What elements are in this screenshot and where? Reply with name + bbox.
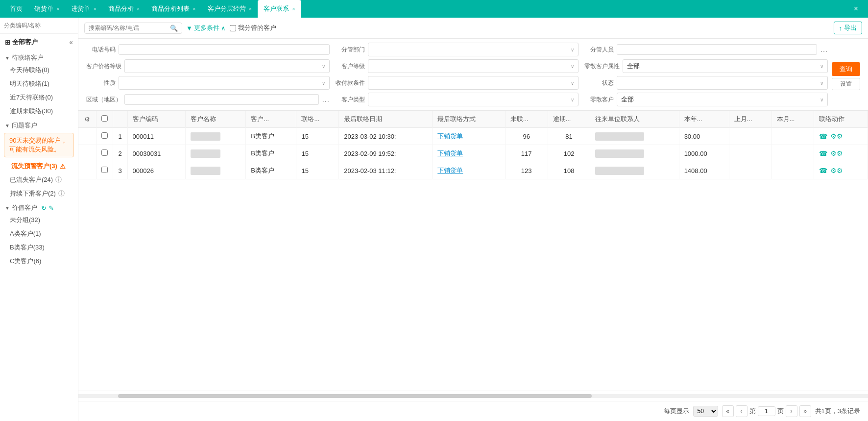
more-icon[interactable]: … <box>322 95 330 104</box>
export-icon: ↑ <box>839 25 843 32</box>
filter-panel: 电话号码 分管部门 ∨ 分管人员 … <box>78 39 868 111</box>
row-unlinked: 117 <box>505 145 548 162</box>
tab-home[interactable]: 首页 <box>4 0 28 18</box>
more-icon[interactable]: … <box>820 45 828 54</box>
sidebar-group-problem[interactable]: ▼ 问题客户 <box>0 118 78 131</box>
col-this-year[interactable]: 本年... <box>679 111 729 128</box>
sidebar-group-value[interactable]: ▼ 价值客户 ↻ ✎ <box>0 200 78 213</box>
row-this-year: 30.00 <box>679 128 729 145</box>
refresh-icon[interactable]: ↻ <box>41 204 47 212</box>
col-last-contact-method[interactable]: 最后联络方式 <box>433 111 506 128</box>
col-contact[interactable]: 联络... <box>296 111 339 128</box>
sidebar-all-customers[interactable]: ⊞ 全部客户 « <box>0 34 78 50</box>
page-input[interactable] <box>758 406 775 416</box>
region-input[interactable] <box>124 94 319 105</box>
tab-purchase-order[interactable]: 进货单 × <box>65 0 102 18</box>
per-page-select[interactable]: 50 100 200 <box>693 406 718 417</box>
col-contacts-unit[interactable]: 往来单位联系人 <box>590 111 679 128</box>
payment-select[interactable]: ∨ <box>368 76 579 90</box>
row-check[interactable] <box>101 167 108 173</box>
row-contact: 15 <box>296 162 339 179</box>
customer-level-select[interactable]: ∨ <box>368 59 579 73</box>
tab-sales-order[interactable]: 销货单 × <box>28 0 65 18</box>
sidebar-item-ungrouped[interactable]: 未分组(32) <box>0 213 78 227</box>
customer-type-select[interactable]: ∨ <box>368 93 579 106</box>
content-area: 🔍 ▼ 更多条件 ∧ 我分管的客户 ↑ 导出 <box>78 18 868 421</box>
sidebar-search-input[interactable] <box>4 22 77 29</box>
sidebar-item-today-pending[interactable]: 今天待联络(0) <box>0 63 78 77</box>
retail-attr-select[interactable]: 全部∨ <box>623 59 828 73</box>
window-close-button[interactable]: × <box>848 4 864 13</box>
export-button[interactable]: ↑ 导出 <box>834 22 863 34</box>
edit-icon[interactable]: ✎ <box>48 204 54 212</box>
search-button[interactable]: 🔍 <box>170 25 178 32</box>
filter-customer-type: 客户类型 ∨ <box>336 93 579 106</box>
close-icon[interactable]: × <box>56 0 59 18</box>
sidebar-item-churn-warning[interactable]: 流失预警客户(3) ⚠ <box>0 159 78 173</box>
sidebar-item-class-c[interactable]: C类客户(6) <box>0 254 78 268</box>
call-icon[interactable]: ☎ <box>819 149 827 157</box>
more-action-icon[interactable]: ⚙⚙ <box>830 149 843 157</box>
tab-customer-contact[interactable]: 客户联系 × <box>258 0 301 18</box>
more-action-icon[interactable]: ⚙⚙ <box>830 132 843 140</box>
price-level-select[interactable]: ∨ <box>124 59 330 73</box>
row-check[interactable] <box>101 132 108 139</box>
row-type: B类客户 <box>246 145 296 162</box>
my-customers-checkbox[interactable]: 我分管的客户 <box>230 24 276 32</box>
dept-select[interactable]: ∨ <box>368 43 579 56</box>
row-settings <box>78 162 96 179</box>
more-action-icon[interactable]: ⚙⚙ <box>830 167 843 174</box>
query-button[interactable]: 查询 <box>832 62 860 76</box>
sidebar-item-churned[interactable]: 已流失客户(24) ⓘ <box>0 173 78 187</box>
close-icon[interactable]: × <box>137 0 140 18</box>
col-name[interactable]: 客户名称 <box>185 111 246 128</box>
sidebar-item-class-b[interactable]: B类客户(33) <box>0 241 78 254</box>
my-customers-check[interactable] <box>230 25 236 31</box>
col-this-month[interactable]: 本月... <box>772 111 814 128</box>
tab-customer-tier[interactable]: 客户分层经营 × <box>202 0 258 18</box>
sidebar-item-tomorrow-pending[interactable]: 明天待联络(1) <box>0 77 78 91</box>
col-last-month[interactable]: 上月... <box>729 111 772 128</box>
first-page-button[interactable]: « <box>722 405 734 417</box>
retail-customer-select[interactable]: 全部∨ <box>617 93 828 106</box>
data-table-container: ⚙ 客户编码 客户名称 客户... 联络... 最后联络日期 最后联络方式 未联… <box>78 111 868 391</box>
close-icon[interactable]: × <box>249 0 252 18</box>
tab-product-analysis-list[interactable]: 商品分析列表 × <box>145 0 201 18</box>
sidebar-item-7days-pending[interactable]: 近7天待联络(0) <box>0 91 78 104</box>
more-conditions-toggle[interactable]: ▼ 更多条件 ∧ <box>186 24 226 32</box>
chevron-down-icon: ∧ <box>221 25 226 32</box>
table-row: 1 000011 B类客户 15 2023-03-02 10:30: 下销货单 … <box>78 128 868 145</box>
sidebar-item-overdue-pending[interactable]: 逾期未联络(30) <box>0 104 78 118</box>
close-icon[interactable]: × <box>292 0 295 18</box>
person-input[interactable] <box>617 44 817 55</box>
row-last-month <box>729 128 772 145</box>
last-page-button[interactable]: » <box>799 405 811 417</box>
col-settings[interactable]: ⚙ <box>78 111 96 128</box>
sidebar-group-pending[interactable]: ▼ 待联络客户 <box>0 50 78 63</box>
next-page-button[interactable]: › <box>786 405 797 417</box>
prev-page-button[interactable]: ‹ <box>736 405 747 417</box>
close-icon[interactable]: × <box>93 0 96 18</box>
col-overdue[interactable]: 逾期... <box>548 111 590 128</box>
select-all-checkbox[interactable] <box>101 115 108 122</box>
row-actions: ☎ ⚙⚙ <box>814 128 868 145</box>
horizontal-scrollbar[interactable] <box>78 394 868 398</box>
row-check[interactable] <box>101 149 108 156</box>
tab-product-analysis[interactable]: 商品分析 × <box>102 0 145 18</box>
sidebar-item-class-a[interactable]: A类客户(1) <box>0 227 78 241</box>
call-icon[interactable]: ☎ <box>819 132 827 140</box>
filter-settings-button[interactable]: 设置 <box>832 78 860 90</box>
row-code: 000011 <box>127 128 185 145</box>
phone-input[interactable] <box>119 44 330 55</box>
col-code[interactable]: 客户编码 <box>127 111 185 128</box>
close-icon[interactable]: × <box>193 0 195 18</box>
search-input[interactable] <box>89 25 167 31</box>
collapse-icon[interactable]: « <box>69 38 73 46</box>
call-icon[interactable]: ☎ <box>819 167 827 174</box>
col-last-contact-date[interactable]: 最后联络日期 <box>339 111 433 128</box>
nature-select[interactable]: ∨ <box>119 76 330 90</box>
col-type[interactable]: 客户... <box>246 111 296 128</box>
status-select[interactable]: ∨ <box>617 76 828 90</box>
col-unlinked[interactable]: 未联... <box>505 111 548 128</box>
sidebar-item-declining[interactable]: 持续下滑客户(2) ⓘ <box>0 187 78 200</box>
